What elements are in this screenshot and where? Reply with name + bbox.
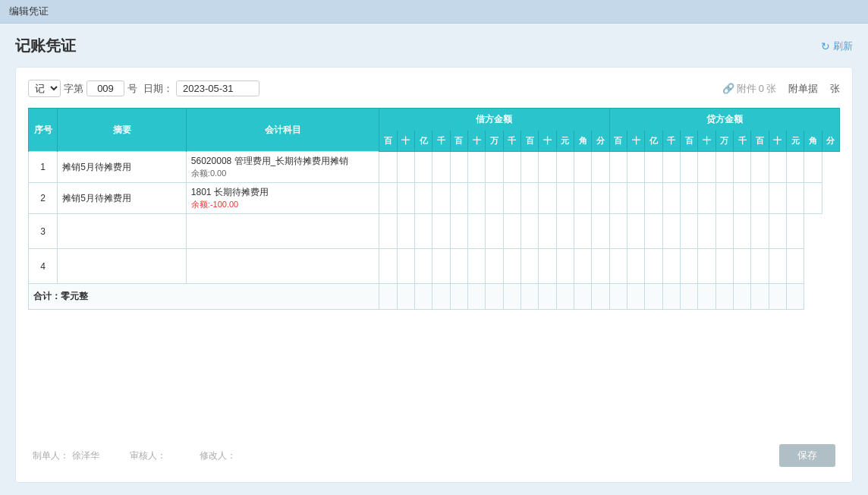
th-c-qian2: 千 xyxy=(733,131,750,152)
th-credit: 贷方金额 xyxy=(609,109,839,131)
row-summary[interactable] xyxy=(58,249,187,284)
account-code: 56020008 管理费用_长期待摊费用摊销 xyxy=(191,155,375,168)
th-c-shi: 十 xyxy=(627,131,644,152)
table-row[interactable]: 4 xyxy=(29,249,840,284)
th-d-shi3: 十 xyxy=(539,131,556,152)
voucher-meta: 记 字第 号 日期： 🔗 附件 0 张 xyxy=(28,80,840,97)
table-row[interactable]: 2 摊销5月待摊费用 1801 长期待摊费用 余额:-100.00 xyxy=(29,183,840,214)
voucher-card: 记 字第 号 日期： 🔗 附件 0 张 xyxy=(15,67,853,483)
th-d-yi: 亿 xyxy=(415,131,432,152)
window-title: 编辑凭证 xyxy=(9,5,49,17)
number-input[interactable] xyxy=(86,80,124,96)
row-summary[interactable]: 摊销5月待摊费用 xyxy=(58,152,187,183)
meta-right: 🔗 附件 0 张 附单据 张 xyxy=(722,82,840,96)
th-d-shi2: 十 xyxy=(468,131,486,152)
row-seq: 4 xyxy=(29,249,58,284)
date-group: 日期： xyxy=(143,80,259,96)
th-d-shi: 十 xyxy=(397,131,414,152)
table-row[interactable]: 1 摊销5月待摊费用 56020008 管理费用_长期待摊费用摊销 余额:0.0… xyxy=(29,152,840,183)
zi-di-label: 字第 xyxy=(64,82,83,96)
th-c-shi2: 十 xyxy=(698,131,715,152)
row-summary[interactable] xyxy=(58,214,187,249)
th-c-jiao: 角 xyxy=(804,131,822,152)
save-button[interactable]: 保存 xyxy=(779,444,835,467)
paperclip-icon: 🔗 xyxy=(722,83,734,94)
row-account[interactable] xyxy=(186,249,379,284)
th-d-qian2: 千 xyxy=(503,131,520,152)
creator-field: 制单人： 徐泽华 xyxy=(33,449,99,462)
table-wrapper: 序号 摘要 会计科目 借方金额 贷方金额 百 十 亿 千 百 十 xyxy=(28,108,840,437)
page-header: 记账凭证 ↻ 刷新 xyxy=(15,36,853,56)
balance-text: 余额:0.00 xyxy=(191,168,375,179)
row-seq: 1 xyxy=(29,152,58,183)
refresh-button[interactable]: ↻ 刷新 xyxy=(821,39,853,53)
th-c-bai2: 百 xyxy=(680,131,697,152)
modifier-label: 修改人： xyxy=(200,449,236,462)
balance-text-negative: 余额:-100.00 xyxy=(191,199,375,210)
footer-row: 制单人： 徐泽华 审核人： 修改人： 保存 xyxy=(28,437,840,470)
save-label: 保存 xyxy=(797,449,817,461)
type-group: 记 字第 号 xyxy=(28,80,137,97)
zhang-label: 张 xyxy=(830,82,840,96)
th-c-wan: 万 xyxy=(715,131,733,152)
th-account: 会计科目 xyxy=(186,109,379,152)
th-d-bai: 百 xyxy=(379,131,397,152)
th-c-bai3: 百 xyxy=(751,131,769,152)
th-c-qian: 千 xyxy=(662,131,680,152)
page-title: 记账凭证 xyxy=(15,36,76,56)
account-code: 1801 长期待摊费用 xyxy=(191,186,375,199)
voucher-table: 序号 摘要 会计科目 借方金额 贷方金额 百 十 亿 千 百 十 xyxy=(28,108,840,310)
table-header-row1: 序号 摘要 会计科目 借方金额 贷方金额 xyxy=(29,109,840,131)
attachment-unit: 张 xyxy=(766,82,776,96)
row-account[interactable]: 56020008 管理费用_长期待摊费用摊销 余额:0.00 xyxy=(186,152,379,183)
type-select[interactable]: 记 xyxy=(28,80,61,97)
row-account[interactable]: 1801 长期待摊费用 余额:-100.00 xyxy=(186,183,379,214)
date-input[interactable] xyxy=(176,80,259,96)
row-account[interactable] xyxy=(186,214,379,249)
th-d-qian: 千 xyxy=(432,131,450,152)
th-d-yuan: 元 xyxy=(556,131,574,152)
th-c-yi: 亿 xyxy=(645,131,662,152)
total-label: 合计：零元整 xyxy=(29,284,379,310)
content-area: 记账凭证 ↻ 刷新 记 字第 号 日期： xyxy=(0,24,868,495)
attachment-info: 🔗 附件 0 张 xyxy=(722,82,776,96)
creator-name: 徐泽华 xyxy=(72,449,99,462)
attach-doc-label: 附单据 xyxy=(788,83,818,94)
reviewer-field: 审核人： xyxy=(130,449,169,462)
row-summary[interactable]: 摊销5月待摊费用 xyxy=(58,183,187,214)
th-d-wan: 万 xyxy=(486,131,503,152)
th-c-yuan: 元 xyxy=(786,131,804,152)
attach-doc-button[interactable]: 附单据 xyxy=(788,82,818,96)
th-d-bai3: 百 xyxy=(520,131,538,152)
table-row[interactable]: 3 xyxy=(29,214,840,249)
creator-label: 制单人： xyxy=(33,449,69,462)
th-d-bai2: 百 xyxy=(450,131,467,152)
th-d-fen: 分 xyxy=(592,131,609,152)
th-c-shi3: 十 xyxy=(769,131,786,152)
th-c-bai: 百 xyxy=(609,131,627,152)
th-c-fen: 分 xyxy=(822,131,839,152)
window: 编辑凭证 记账凭证 ↻ 刷新 记 字第 号 日期： xyxy=(0,0,868,495)
title-bar: 编辑凭证 xyxy=(0,0,868,24)
th-seq: 序号 xyxy=(29,109,58,152)
refresh-label: 刷新 xyxy=(833,39,853,53)
refresh-icon: ↻ xyxy=(821,40,830,52)
attachment-label: 附件 xyxy=(737,82,756,96)
th-debit: 借方金额 xyxy=(379,109,609,131)
th-summary: 摘要 xyxy=(58,109,187,152)
hao-label: 号 xyxy=(127,82,137,96)
row-seq: 3 xyxy=(29,214,58,249)
total-row: 合计：零元整 xyxy=(29,284,840,310)
row-seq: 2 xyxy=(29,183,58,214)
th-d-jiao: 角 xyxy=(574,131,591,152)
attachment-count: 0 xyxy=(759,83,764,94)
reviewer-label: 审核人： xyxy=(130,449,166,462)
date-label: 日期： xyxy=(143,82,173,96)
modifier-field: 修改人： xyxy=(200,449,239,462)
